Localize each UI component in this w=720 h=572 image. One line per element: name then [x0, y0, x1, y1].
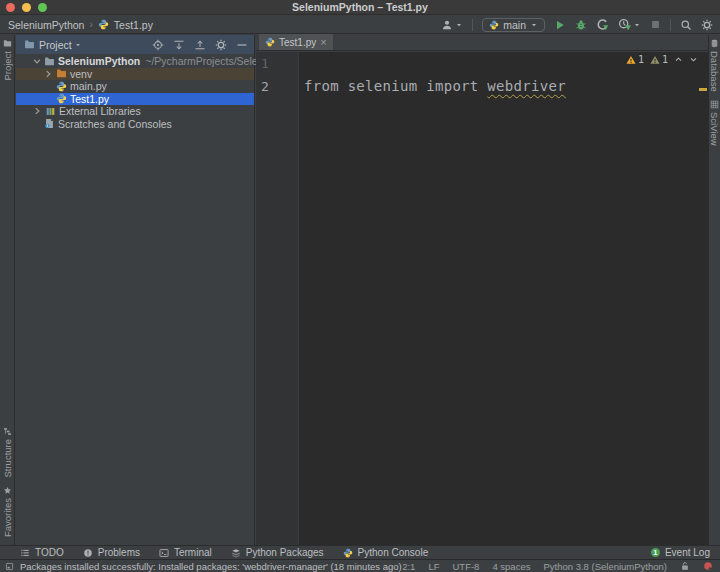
- user-icon: [441, 19, 453, 31]
- python-file-icon: [98, 19, 109, 30]
- editor-gutter: [256, 52, 299, 545]
- collapse-all-button[interactable]: [194, 39, 206, 51]
- indent-style[interactable]: 4 spaces: [492, 561, 530, 572]
- file-encoding[interactable]: UTF-8: [452, 561, 479, 572]
- project-tree: SeleniumPython~/PycharmProjects/Selenium…: [16, 54, 254, 130]
- tool-stripe-favorites[interactable]: Favorites: [2, 482, 13, 545]
- star-icon: [3, 486, 12, 495]
- event-count-badge: 1: [651, 548, 660, 557]
- project-tool-window: Project SeleniumPython~/PycharmProjects/…: [16, 35, 255, 545]
- tool-stripe-structure[interactable]: Structure: [2, 423, 13, 482]
- tree-row-project-root[interactable]: SeleniumPython~/PycharmProjects/Selenium…: [16, 55, 254, 68]
- settings-button[interactable]: [701, 19, 713, 31]
- left-tool-stripe: Project Structure Favorites: [0, 35, 15, 545]
- project-panel-header[interactable]: Project: [16, 35, 254, 54]
- notifications-icon[interactable]: [703, 561, 713, 571]
- debug-button[interactable]: [575, 19, 587, 31]
- tool-button-python-console[interactable]: Python Console: [343, 547, 429, 558]
- read-lock-icon[interactable]: [680, 561, 690, 571]
- tool-stripe-sciview[interactable]: SciView: [709, 96, 720, 150]
- main-toolbar: main: [441, 16, 720, 33]
- previous-problem-button[interactable]: [674, 55, 683, 64]
- chevron-down-icon: [455, 21, 463, 29]
- search-everywhere-button[interactable]: [680, 19, 692, 31]
- packages-icon: [231, 548, 241, 558]
- close-tab-icon[interactable]: ×: [320, 37, 326, 47]
- pycharm-window: SeleniumPython – Test1.py SeleniumPython…: [0, 0, 720, 572]
- chevron-down-icon: [74, 41, 82, 49]
- warning-count: 1: [626, 54, 644, 65]
- caret-position[interactable]: 2:1: [402, 561, 415, 572]
- bottom-tool-window-bar: TODO Problems Terminal Python Packages P…: [0, 545, 720, 559]
- run-configuration-select[interactable]: main: [482, 18, 545, 32]
- next-problem-button[interactable]: [689, 55, 698, 64]
- tool-button-problems[interactable]: Problems: [83, 547, 140, 558]
- tool-button-todo[interactable]: TODO: [20, 547, 64, 558]
- tool-button-python-packages[interactable]: Python Packages: [231, 547, 324, 558]
- project-panel-title: Project: [39, 39, 72, 51]
- folder-icon: [44, 56, 55, 67]
- tool-stripe-project[interactable]: Project: [2, 35, 13, 85]
- stop-button[interactable]: [650, 19, 661, 30]
- panel-settings-button[interactable]: [215, 39, 227, 51]
- expand-all-button[interactable]: [173, 39, 185, 51]
- toolbar-divider: [472, 19, 473, 31]
- breadcrumb-project[interactable]: SeleniumPython: [8, 19, 84, 31]
- chevron-down-icon: [530, 21, 538, 29]
- libraries-icon: [45, 106, 56, 117]
- code-plain: from selenium import: [304, 78, 487, 94]
- tree-item-label: main.py: [70, 80, 107, 93]
- code-editor[interactable]: 1 2 from selenium import webdriver 1 1: [256, 52, 708, 545]
- excluded-folder-icon: [56, 68, 67, 79]
- titlebar: SeleniumPython – Test1.py: [0, 0, 720, 15]
- toolbar-divider: [670, 19, 671, 31]
- locate-file-button[interactable]: [152, 39, 164, 51]
- right-tool-stripe: Database SciView: [708, 35, 720, 545]
- folder-icon: [3, 39, 12, 48]
- error-stripe-marker[interactable]: [699, 88, 707, 91]
- project-view-icon: [24, 39, 35, 50]
- window-controls: [6, 3, 47, 12]
- tool-window-switcher-icon[interactable]: [5, 562, 14, 571]
- tool-stripe-label: Favorites: [2, 498, 13, 537]
- python-console-icon: [343, 548, 353, 558]
- chevron-right-icon[interactable]: [43, 69, 53, 79]
- tool-stripe-database[interactable]: Database: [709, 35, 720, 96]
- event-log-button[interactable]: 1 Event Log: [651, 547, 720, 558]
- structure-icon: [3, 427, 12, 436]
- chevron-right-icon[interactable]: [32, 106, 42, 116]
- editor-tab-bar: Test1.py ×: [256, 35, 708, 51]
- inspections-widget[interactable]: 1 1: [626, 54, 698, 65]
- run-with-coverage-button[interactable]: [596, 18, 609, 31]
- main-area: Project Structure Favorites Project: [0, 35, 720, 545]
- status-message[interactable]: Packages installed successfully: Install…: [20, 561, 402, 572]
- editor-area: Test1.py × 1 2 from selenium import webd…: [256, 35, 708, 545]
- breadcrumb-separator-icon: ›: [89, 19, 92, 30]
- vcs-user-button[interactable]: [441, 19, 463, 31]
- minimize-button[interactable]: [22, 3, 31, 12]
- chevron-down-icon[interactable]: [32, 56, 42, 66]
- tree-item-label: Test1.py: [70, 93, 109, 106]
- problems-icon: [83, 548, 93, 558]
- profiler-button[interactable]: [618, 18, 641, 31]
- tree-row-test1-py[interactable]: Test1.py: [16, 93, 254, 106]
- breadcrumb-file[interactable]: Test1.py: [114, 19, 153, 31]
- event-log-label: Event Log: [665, 547, 710, 558]
- tool-window-buttons: TODO Problems Terminal Python Packages P…: [0, 547, 428, 558]
- tree-row-main-py[interactable]: main.py: [16, 80, 254, 93]
- tree-row-external-libraries[interactable]: External Libraries: [16, 105, 254, 118]
- tree-row-venv[interactable]: venv: [16, 68, 254, 81]
- navigation-bar: SeleniumPython › Test1.py main: [0, 16, 720, 34]
- tool-button-terminal[interactable]: Terminal: [159, 547, 212, 558]
- interpreter[interactable]: Python 3.8 (SeleniumPython): [543, 561, 667, 572]
- run-button[interactable]: [554, 19, 566, 31]
- tree-row-scratches[interactable]: Scratches and Consoles: [16, 118, 254, 131]
- tree-item-label: External Libraries: [59, 105, 141, 118]
- close-button[interactable]: [6, 3, 15, 12]
- line-separator[interactable]: LF: [428, 561, 439, 572]
- tool-stripe-label: SciView: [709, 112, 720, 146]
- zoom-button[interactable]: [38, 3, 47, 12]
- hide-panel-button[interactable]: [236, 39, 248, 51]
- tool-stripe-label: Project: [2, 51, 13, 81]
- editor-tab-test1-py[interactable]: Test1.py ×: [259, 34, 333, 50]
